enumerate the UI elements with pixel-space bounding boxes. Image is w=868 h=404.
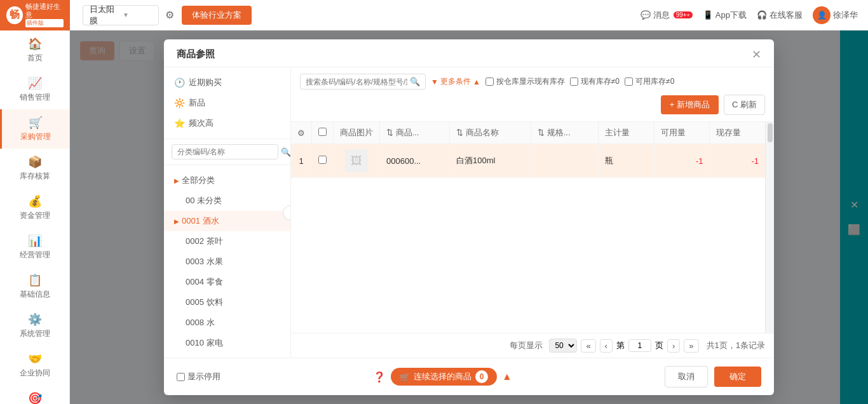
tree-item-water[interactable]: 0008 水: [164, 313, 290, 333]
select-all-checkbox[interactable]: [318, 128, 327, 136]
sidebar-item-finance[interactable]: 💰 资金管理: [0, 188, 69, 227]
filter-button[interactable]: ▼ 更多条件 ▲: [431, 76, 480, 87]
refresh-button[interactable]: C 刷新: [724, 95, 765, 115]
category-search-input[interactable]: [172, 144, 278, 159]
tab-label: 新品: [189, 97, 205, 109]
row-checkbox[interactable]: [318, 156, 327, 164]
search-icon[interactable]: 🔍: [281, 147, 291, 157]
tab-frequent[interactable]: ⭐ 频次高: [164, 113, 290, 133]
sidebar-item-purchase[interactable]: 🛒 采购管理: [0, 109, 69, 149]
app-download-item[interactable]: 📱 App下载: [703, 10, 747, 21]
sidebar-item-sales[interactable]: 📈 销售管理: [0, 70, 69, 109]
user-item[interactable]: 👤 徐泽华: [813, 6, 858, 24]
display-disabled-checkbox[interactable]: 显示停用: [177, 371, 220, 382]
prev-page-btn[interactable]: ‹: [600, 339, 613, 353]
add-product-button[interactable]: + 新增商品: [661, 95, 719, 114]
right-toolbar: 🔍 ▼ 更多条件 ▲ 按仓库显示现有库存: [291, 67, 774, 122]
tree-item-uncategorized[interactable]: 00 未分类: [164, 191, 290, 211]
sidebar-item-basic-info[interactable]: 📋 基础信息: [0, 267, 69, 306]
logo: 畅 畅捷通好生意 插件版: [0, 0, 70, 30]
messages-item[interactable]: 💬 消息 99++: [641, 10, 693, 21]
td-checkbox[interactable]: [312, 144, 334, 178]
logo-badge: 插件版: [25, 19, 64, 27]
help-icon[interactable]: ❓: [373, 371, 386, 383]
sidebar-item-enterprise[interactable]: 🤝 企业协同: [0, 346, 69, 385]
product-search-input[interactable]: [306, 77, 407, 86]
toolbar-actions: + 新增商品 C 刷新: [661, 95, 765, 115]
cancel-button[interactable]: 取消: [665, 366, 708, 387]
tree-item-snack[interactable]: 0004 零食: [164, 272, 290, 292]
tree-label: 00 未分类: [186, 195, 222, 206]
tab-new[interactable]: 🔆 新品: [164, 93, 290, 113]
right-panel: 🔍 ▼ 更多条件 ▲ 按仓库显示现有库存: [291, 67, 774, 358]
tab-label: 近期购买: [189, 77, 222, 88]
category-search: 🔍: [164, 139, 290, 165]
sidebar-label: 基础信息: [20, 289, 50, 300]
confirm-button[interactable]: 确定: [714, 367, 761, 387]
filter-label: 更多条件: [440, 76, 471, 87]
next-page-btn[interactable]: ›: [667, 339, 680, 353]
cart-button[interactable]: 🛒 连续选择的商品 0: [391, 368, 497, 386]
th-product-code[interactable]: ⇅ 商品...: [380, 122, 450, 144]
headset-icon: 🎧: [757, 10, 767, 20]
sidebar-item-guide[interactable]: 🎯 新手引导: [0, 385, 69, 404]
th-spec[interactable]: ⇅ 规格...: [531, 122, 599, 144]
tree-item-liquor[interactable]: ▶ 0001 酒水: [164, 211, 290, 231]
tree-item-tea[interactable]: 0002 茶叶: [164, 231, 290, 252]
checkbox-label: 按仓库显示现有库存: [496, 76, 565, 87]
close-icon[interactable]: ✕: [752, 49, 761, 60]
available-stock-checkbox[interactable]: [625, 77, 633, 86]
checkbox-available-stock[interactable]: 可用库存≠0: [625, 76, 674, 87]
tree-item-all[interactable]: ▶ 全部分类: [164, 170, 290, 191]
checkbox-warehouse-stock[interactable]: 按仓库显示现有库存: [485, 76, 565, 87]
online-service-item[interactable]: 🎧 在线客服: [757, 10, 803, 21]
first-page-btn[interactable]: «: [581, 339, 595, 353]
chevron-up-icon: ▲: [473, 77, 480, 86]
star-icon: ⭐: [174, 118, 185, 128]
chevron-down-icon: ▼: [123, 11, 152, 18]
tab-label: 频次高: [189, 118, 214, 129]
checkbox-current-stock[interactable]: 现有库存≠0: [570, 76, 620, 87]
search-icon[interactable]: 🔍: [410, 77, 420, 86]
table-row[interactable]: 1 🖼 000600...: [291, 144, 765, 178]
current-stock-checkbox[interactable]: [570, 77, 578, 86]
warehouse-stock-checkbox[interactable]: [485, 77, 494, 86]
tree-item-appliance[interactable]: 0010 家电: [164, 333, 290, 353]
footer-collapse-icon[interactable]: ▲: [502, 371, 512, 382]
new-icon: 🔆: [174, 98, 185, 108]
current-page-input[interactable]: [628, 339, 651, 352]
basic-info-icon: 📋: [28, 273, 42, 287]
trial-button[interactable]: 体验行业方案: [182, 6, 252, 25]
operations-icon: 📊: [28, 234, 42, 248]
tree-item-fruit[interactable]: 0003 水果: [164, 252, 290, 272]
th-checkbox[interactable]: [312, 122, 334, 144]
checkbox-label: 现有库存≠0: [581, 76, 620, 87]
product-table: ⚙ 商品图片 ⇅: [291, 122, 765, 178]
th-settings[interactable]: ⚙: [291, 122, 312, 144]
disabled-checkbox[interactable]: [177, 373, 185, 381]
nav-right: 💬 消息 99++ 📱 App下载 🎧 在线客服 👤 徐泽华: [641, 6, 858, 24]
sidebar-item-inventory[interactable]: 📦 库存核算: [0, 149, 69, 188]
sales-icon: 📈: [28, 76, 42, 90]
last-page-btn[interactable]: »: [684, 339, 698, 353]
th-product-name[interactable]: ⇅ 商品名称: [449, 122, 531, 144]
pagination-bar: 每页显示 50 « ‹ 第 页 › » 共1页，1条记录: [291, 333, 774, 358]
tree-label: 全部分类: [182, 175, 215, 186]
tab-recent[interactable]: 🕐 近期购买: [164, 72, 290, 93]
product-reference-modal: 商品参照 ✕ 🕐 近期购买 🔆: [164, 39, 774, 395]
sidebar-item-operations[interactable]: 📊 经营管理: [0, 227, 69, 267]
td-unit: 瓶: [599, 144, 654, 178]
sidebar-label: 企业协同: [20, 368, 50, 379]
sidebar-item-home[interactable]: 🏠 首页: [0, 30, 69, 70]
scrollbar[interactable]: [765, 122, 774, 333]
th-stock: 现存量: [710, 122, 765, 144]
settings-icon[interactable]: ⚙: [165, 9, 174, 21]
sidebar-label: 资金管理: [20, 210, 50, 221]
tree-label: 0010 家电: [186, 337, 223, 349]
arrow-right-icon: ▶: [174, 218, 179, 225]
sidebar-item-system[interactable]: ⚙️ 系统管理: [0, 306, 69, 346]
tree-item-beverage[interactable]: 0005 饮料: [164, 292, 290, 313]
store-dropdown[interactable]: 日太阳膜 ▼: [83, 5, 159, 25]
per-page-select[interactable]: 50: [549, 339, 577, 353]
td-num: 1: [291, 144, 312, 178]
